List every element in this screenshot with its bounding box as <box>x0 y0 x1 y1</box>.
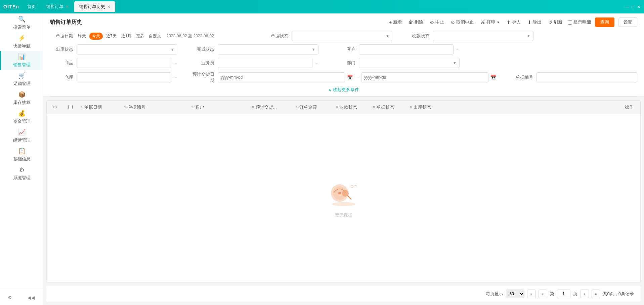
tab-sales-order-close[interactable]: ✕ <box>66 5 69 9</box>
complete-status-control[interactable]: ▼ <box>218 44 318 54</box>
customer-ellipsis-icon[interactable]: ··· <box>456 47 460 52</box>
next-page-button[interactable]: › <box>580 290 589 298</box>
calendar-to-icon[interactable]: 📅 <box>490 75 496 80</box>
goods-label: 商品 <box>50 60 77 66</box>
th-out-status-sort-icon[interactable]: ⇅ <box>410 105 412 109</box>
date-btn-today[interactable]: 今天 <box>89 33 103 40</box>
query-button[interactable]: 查询 <box>595 17 614 27</box>
th-amount-sort-icon[interactable]: ⇅ <box>295 105 298 109</box>
th-out-status[interactable]: ⇅ 出库状态 <box>406 104 443 110</box>
sidebar-item-quick-nav[interactable]: ⚡ 快捷导航 <box>0 32 43 51</box>
show-detail-checkbox[interactable]: 显示明细 <box>568 19 591 25</box>
th-bill-status-sort-icon[interactable]: ⇅ <box>373 105 375 109</box>
page-number-input[interactable] <box>557 290 570 298</box>
cancel-stop-button[interactable]: ⊙ 取消中止 <box>449 18 475 26</box>
th-billno-sort-icon[interactable]: ⇅ <box>124 105 127 109</box>
th-amount[interactable]: ⇅ 订单金额 <box>292 104 332 110</box>
bill-status-select[interactable]: ▼ <box>292 31 392 41</box>
receipt-status-select[interactable]: ▼ <box>433 31 533 41</box>
th-checkbox[interactable] <box>63 105 77 109</box>
sidebar-gear-icon[interactable]: ⚙ <box>6 293 14 302</box>
calendar-from-icon[interactable]: 📅 <box>347 75 353 80</box>
sidebar-item-finance[interactable]: 💰 资金管理 <box>0 108 43 126</box>
sidebar-item-operations[interactable]: 📈 经营管理 <box>0 126 43 145</box>
settings-button[interactable]: 设置 <box>618 17 637 27</box>
page-header: 销售订单历史 + 新增 🗑 删除 ⊘ 中止 ⊙ <box>43 13 644 97</box>
table-settings-icon[interactable]: ⚙ <box>53 105 57 110</box>
salesperson-input[interactable] <box>218 58 312 68</box>
out-status-control[interactable]: ▼ <box>77 44 177 54</box>
expected-date-from-input[interactable] <box>218 72 345 82</box>
warehouse-ellipsis-icon[interactable]: ··· <box>173 75 177 80</box>
th-bill-status[interactable]: ⇅ 单据状态 <box>369 104 406 110</box>
warehouse-input[interactable] <box>77 72 171 82</box>
show-detail-input[interactable] <box>568 20 572 25</box>
th-customer-label: 客户 <box>195 104 204 110</box>
window-close-icon[interactable]: ✕ <box>637 4 641 9</box>
dept-select[interactable]: ▼ <box>359 58 460 68</box>
th-delivery[interactable]: ⇅ 预计交货... <box>248 104 292 110</box>
tab-sales-order-history-close[interactable]: ✕ <box>107 5 111 9</box>
sidebar-collapse-icon[interactable]: ◀◀ <box>26 293 37 302</box>
tab-home[interactable]: 首页 <box>23 1 41 12</box>
date-btn-yesterday[interactable]: 昨天 <box>77 33 87 40</box>
bill-no-input[interactable] <box>536 72 637 82</box>
th-receipt[interactable]: ⇅ 收款状态 <box>332 104 369 110</box>
sidebar-item-basic-info[interactable]: 📋 基础信息 <box>0 145 43 164</box>
sidebar-item-system[interactable]: ⚙ 系统管理 <box>0 164 43 183</box>
delete-button[interactable]: 🗑 删除 <box>407 18 425 26</box>
refresh-button[interactable]: ↺ 刷新 <box>547 18 564 26</box>
stop-button[interactable]: ⊘ 中止 <box>429 18 445 26</box>
dept-label: 部门 <box>332 60 359 66</box>
filter-row-1: 单据日期 昨天 今天 近7天 近1月 更多 自定义 2023-06-02 至 2… <box>50 31 637 41</box>
complete-status-arrow-icon: ▼ <box>312 47 315 51</box>
date-btn-more[interactable]: 更多 <box>135 33 145 40</box>
receipt-status-control[interactable]: ▼ <box>433 31 533 41</box>
th-receipt-sort-icon[interactable]: ⇅ <box>336 105 338 109</box>
th-bill-status-label: 单据状态 <box>377 104 394 110</box>
bill-status-control[interactable]: ▼ <box>292 31 392 41</box>
th-customer-sort-icon[interactable]: ⇅ <box>191 105 194 109</box>
sidebar-item-search-menu[interactable]: 🔍 搜索菜单 <box>0 13 43 32</box>
th-date[interactable]: ⇅ 单据日期 <box>77 104 121 110</box>
out-status-select[interactable]: ▼ <box>77 44 177 54</box>
sidebar-item-inventory[interactable]: 📦 库存核算 <box>0 89 43 108</box>
dept-control[interactable]: ▼ <box>359 58 460 68</box>
first-page-button[interactable]: « <box>527 290 536 298</box>
new-button[interactable]: + 新增 <box>388 18 403 26</box>
select-all-checkbox[interactable] <box>68 105 73 109</box>
window-minimize-icon[interactable]: ─ <box>626 4 629 9</box>
sidebar-item-purchase[interactable]: 🛒 采购管理 <box>0 70 43 89</box>
print-button[interactable]: 🖨 打印 ▼ <box>479 18 501 26</box>
import-button[interactable]: ⬆ 导入 <box>505 18 522 26</box>
complete-status-select[interactable]: ▼ <box>218 44 318 54</box>
empty-state: 暂无数据 <box>327 178 360 218</box>
sidebar-item-sales[interactable]: 📊 销售管理 <box>0 51 43 70</box>
export-button[interactable]: ⬇ 导出 <box>526 18 543 26</box>
goods-input[interactable] <box>77 58 171 68</box>
collapse-row[interactable]: ∧ 收起更多条件 <box>50 87 637 93</box>
date-btn-1month[interactable]: 近1月 <box>120 33 133 40</box>
import-label: 导入 <box>512 19 521 25</box>
customer-input[interactable] <box>359 44 454 54</box>
th-settings[interactable]: ⚙ <box>47 105 63 110</box>
page-size-select[interactable]: 20 50 100 200 <box>506 290 524 298</box>
th-billno[interactable]: ⇅ 单据编号 <box>121 104 188 110</box>
new-icon: + <box>389 20 392 25</box>
tab-sales-order[interactable]: 销售订单 ✕ <box>41 1 74 12</box>
prev-page-button[interactable]: ‹ <box>539 290 547 298</box>
date-btn-7days[interactable]: 近7天 <box>105 33 118 40</box>
expected-date-label: 预计交货日期 <box>191 71 218 83</box>
th-customer[interactable]: ⇅ 客户 <box>188 104 248 110</box>
th-date-sort-icon[interactable]: ⇅ <box>80 105 83 109</box>
tab-sales-order-history[interactable]: 销售订单历史 ✕ <box>74 1 115 12</box>
complete-status-label: 完成状态 <box>191 46 218 52</box>
tab-sales-order-label: 销售订单 <box>46 4 63 10</box>
expected-date-to-input[interactable] <box>361 72 488 82</box>
salesperson-ellipsis-icon[interactable]: ··· <box>314 60 318 66</box>
last-page-button[interactable]: » <box>592 290 600 298</box>
th-delivery-sort-icon[interactable]: ⇅ <box>252 105 254 109</box>
goods-ellipsis-icon[interactable]: ··· <box>173 60 177 66</box>
window-maximize-icon[interactable]: □ <box>632 4 634 9</box>
date-btn-custom[interactable]: 自定义 <box>147 33 162 40</box>
